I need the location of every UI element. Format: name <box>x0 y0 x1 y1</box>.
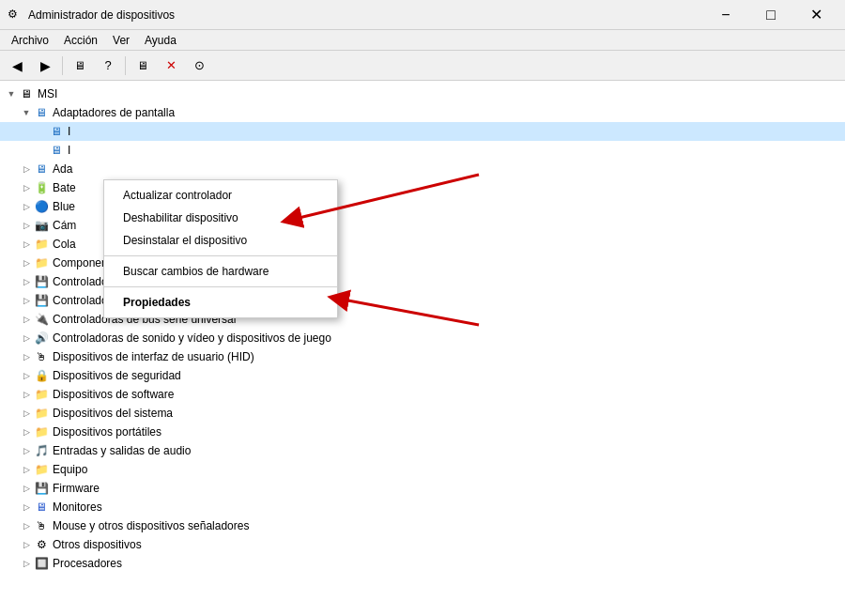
tree-toggle-cam[interactable]: ▷ <box>19 218 34 233</box>
tree-toggle-bate[interactable]: ▷ <box>19 180 34 195</box>
hid-icon: 🖱 <box>34 349 49 364</box>
audio-icon: 🎵 <box>34 443 49 458</box>
toolbar-computer[interactable]: 🖥 <box>67 54 93 78</box>
dport-icon: 📁 <box>34 424 49 439</box>
toolbar-scan[interactable]: 🖥 <box>130 54 156 78</box>
tree-item-label-dport: Dispositivos portátiles <box>53 425 161 439</box>
tree-item-audio[interactable]: ▷ 🎵 Entradas y salidas de audio <box>0 441 845 460</box>
tree-item-dsoft[interactable]: ▷ 📁 Dispositivos de software <box>0 385 845 404</box>
tree-item-ada[interactable]: ▷ 🖥 Ada <box>0 160 845 178</box>
tree-item-gpu1[interactable]: ▷ 🖥 I <box>0 122 845 141</box>
toolbar-help[interactable]: ? <box>95 54 121 78</box>
tree-item-label-cola: Cola <box>53 238 76 251</box>
menu-archivo[interactable]: Archivo <box>4 32 56 49</box>
tree-toggle-adaptadores[interactable]: ▼ <box>19 105 34 120</box>
tree-item-label-ada: Ada <box>53 162 72 176</box>
bate-icon: 🔋 <box>34 180 49 195</box>
tree-item-adaptadores[interactable]: ▼ 🖥 Adaptadores de pantalla <box>0 103 845 122</box>
tree-item-label-seg: Dispositivos de seguridad <box>53 369 181 382</box>
tree-item-dport[interactable]: ▷ 📁 Dispositivos portátiles <box>0 423 845 441</box>
blue-icon: 🔵 <box>34 199 49 214</box>
tree-root-label: MSI <box>38 87 57 100</box>
context-menu-separator-1 <box>104 255 337 256</box>
context-menu: Actualizar controlador Deshabilitar disp… <box>103 179 338 318</box>
context-menu-item-propiedades[interactable]: Propiedades <box>104 291 337 314</box>
tree-toggle-dsist[interactable]: ▷ <box>19 406 34 421</box>
minimize-button[interactable]: − <box>704 0 747 30</box>
tree-toggle-ada[interactable]: ▷ <box>19 162 34 177</box>
menu-bar: Archivo Acción Ver Ayuda <box>0 30 845 51</box>
tree-item-label-dsoft: Dispositivos de software <box>53 388 174 401</box>
tree-toggle-root[interactable]: ▼ <box>4 86 19 101</box>
tree-toggle-dport[interactable]: ▷ <box>19 424 34 439</box>
tree-toggle-mon[interactable]: ▷ <box>19 500 34 515</box>
title-bar: ⚙ Administrador de dispositivos − □ ✕ <box>0 0 845 30</box>
tree-root[interactable]: ▼ 🖥 MSI <box>0 85 845 103</box>
tree-toggle-blue[interactable]: ▷ <box>19 199 34 214</box>
tree-item-proc[interactable]: ▷ 🔲 Procesadores <box>0 554 845 573</box>
maximize-button[interactable]: □ <box>749 0 792 30</box>
toolbar-forward[interactable]: ▶ <box>32 54 58 78</box>
son-icon: 🔊 <box>34 331 49 346</box>
tree-toggle-son[interactable]: ▷ <box>19 331 34 346</box>
tree-item-label-otros: Otros dispositivos <box>53 538 142 551</box>
tree-toggle-hid[interactable]: ▷ <box>19 349 34 364</box>
tree-item-label-bate: Bate <box>53 181 76 194</box>
tree-item-gpu2[interactable]: ▷ 🖥 I <box>0 141 845 160</box>
context-menu-item-actualizar[interactable]: Actualizar controlador <box>104 184 337 207</box>
tree-item-seg[interactable]: ▷ 🔒 Dispositivos de seguridad <box>0 366 845 385</box>
tree-toggle-otros[interactable]: ▷ <box>19 537 34 552</box>
tree-item-mouse[interactable]: ▷ 🖱 Mouse y otros dispositivos señalador… <box>0 516 845 535</box>
tree-toggle-comp[interactable]: ▷ <box>19 255 34 270</box>
close-button[interactable]: ✕ <box>794 0 837 30</box>
tree-view[interactable]: ▼ 🖥 MSI ▼ 🖥 Adaptadores de pantalla ▷ 🖥 … <box>0 81 845 616</box>
toolbar-uninstall[interactable]: ✕ <box>158 54 184 78</box>
seg-icon: 🔒 <box>34 368 49 383</box>
tree-item-label-audio: Entradas y salidas de audio <box>53 444 191 457</box>
context-menu-item-deshabilitar[interactable]: Deshabilitar dispositivo <box>104 207 337 229</box>
tree-toggle-cola[interactable]: ▷ <box>19 237 34 252</box>
tree-item-sonido[interactable]: ▷ 🔊 Controladoras de sonido y vídeo y di… <box>0 329 845 347</box>
context-menu-item-desinstalar[interactable]: Desinstalar el dispositivo <box>104 229 337 252</box>
equipo-icon: 📁 <box>34 462 49 477</box>
context-menu-item-buscar[interactable]: Buscar cambios de hardware <box>104 260 337 283</box>
mon-icon: 🖥 <box>34 500 49 515</box>
tree-toggle-alm[interactable]: ▷ <box>19 293 34 308</box>
alm-icon: 💾 <box>34 293 49 308</box>
tree-toggle-proc[interactable]: ▷ <box>19 556 34 571</box>
comp-icon: 📁 <box>34 255 49 270</box>
gpu1-icon: 🖥 <box>49 124 64 139</box>
otros-icon: ⚙ <box>34 537 49 552</box>
tree-toggle-bus[interactable]: ▷ <box>19 312 34 327</box>
monitor-icon: 🖥 <box>34 105 49 120</box>
toolbar-update[interactable]: ⊙ <box>186 54 212 78</box>
tree-item-monitores[interactable]: ▷ 🖥 Monitores <box>0 498 845 516</box>
menu-ver[interactable]: Ver <box>105 32 137 49</box>
tree-toggle-ata[interactable]: ▷ <box>19 274 34 289</box>
tree-toggle-audio[interactable]: ▷ <box>19 443 34 458</box>
menu-accion[interactable]: Acción <box>56 32 105 49</box>
toolbar-back[interactable]: ◀ <box>4 54 30 78</box>
tree-item-label-equipo: Equipo <box>53 463 87 476</box>
tree-item-firmware[interactable]: ▷ 💾 Firmware <box>0 479 845 498</box>
cola-icon: 📁 <box>34 237 49 252</box>
tree-toggle-dsoft[interactable]: ▷ <box>19 387 34 402</box>
tree-item-equipo[interactable]: ▷ 📁 Equipo <box>0 460 845 479</box>
tree-item-hid[interactable]: ▷ 🖱 Dispositivos de interfaz de usuario … <box>0 347 845 366</box>
fw-icon: 💾 <box>34 481 49 496</box>
tree-item-dsist[interactable]: ▷ 📁 Dispositivos del sistema <box>0 404 845 423</box>
toolbar-separator-2 <box>125 56 126 75</box>
tree-item-label-proc: Procesadores <box>53 557 122 570</box>
tree-toggle-seg[interactable]: ▷ <box>19 368 34 383</box>
ada-icon: 🖥 <box>34 162 49 177</box>
main-area: ▼ 🖥 MSI ▼ 🖥 Adaptadores de pantalla ▷ 🖥 … <box>0 81 845 616</box>
tree-toggle-equipo[interactable]: ▷ <box>19 462 34 477</box>
tree-toggle-mouse[interactable]: ▷ <box>19 518 34 533</box>
dsist-icon: 📁 <box>34 406 49 421</box>
menu-ayuda[interactable]: Ayuda <box>137 32 184 49</box>
mouse-icon: 🖱 <box>34 518 49 533</box>
tree-item-label-fw: Firmware <box>53 482 100 495</box>
tree-item-otros[interactable]: ▷ ⚙ Otros dispositivos <box>0 535 845 554</box>
tree-toggle-fw[interactable]: ▷ <box>19 481 34 496</box>
tree-item-label: Adaptadores de pantalla <box>53 106 175 119</box>
